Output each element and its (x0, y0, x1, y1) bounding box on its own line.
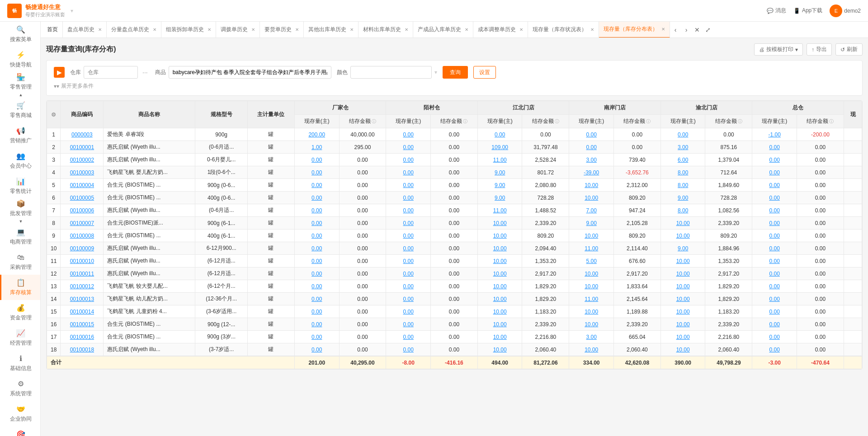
cell-yubei-qty[interactable]: 10.00 (660, 267, 705, 280)
cell-yubei-qty[interactable]: 0.00 (660, 128, 705, 141)
cell-total-qty[interactable]: 0.00 (752, 166, 797, 179)
cell-jiangbei-qty[interactable]: 10.00 (477, 280, 522, 293)
cell-factory-qty[interactable]: 0.00 (294, 230, 339, 242)
cell-yubei-qty[interactable]: 10.00 (660, 293, 705, 305)
cell-code[interactable]: 00100013 (61, 293, 104, 305)
tab-close-stock-dist[interactable]: ✕ (661, 27, 665, 32)
sidebar-item-marketing[interactable]: 📢 营销推广 (0, 123, 40, 148)
cell-total-qty[interactable]: 0.00 (752, 230, 797, 242)
cell-code[interactable]: 00100001 (61, 141, 104, 154)
tab-close-assembly[interactable]: ✕ (208, 27, 211, 32)
cell-nanan-qty[interactable]: 11.00 (569, 293, 614, 305)
cell-nanan-qty[interactable]: 0.00 (569, 128, 614, 141)
cell-total-qty[interactable]: 0.00 (752, 204, 797, 217)
cell-total-qty[interactable]: 0.00 (752, 305, 797, 318)
sidebar-item-enterprise-collab[interactable]: 🤝 企业协同 (0, 401, 40, 427)
th-gear[interactable]: ⚙ (47, 101, 61, 128)
cell-jiangbei-qty[interactable]: 10.00 (477, 305, 522, 318)
print-btn[interactable]: 🖨 按模板打印 ▾ (754, 43, 803, 56)
cell-factory-qty[interactable]: 0.00 (294, 318, 339, 331)
goods-input[interactable] (169, 66, 331, 79)
settings-btn[interactable]: 设置 (473, 66, 496, 79)
sidebar-item-operations[interactable]: 📈 经营管理 (0, 325, 40, 351)
gear-icon[interactable]: ⚙ (51, 112, 56, 118)
tab-other-out[interactable]: 其他出库单历史 ✕ (304, 22, 359, 38)
cell-mocun-qty[interactable]: 0.00 (386, 255, 431, 267)
cell-jiangbei-qty[interactable]: 11.00 (477, 204, 522, 217)
cell-mocun-qty[interactable]: 0.00 (386, 166, 431, 179)
cell-mocun-qty[interactable]: 0.00 (386, 293, 431, 305)
tab-close-inventory-split[interactable]: ✕ (153, 27, 156, 32)
tab-close-stock-status[interactable]: ✕ (590, 27, 594, 32)
sidebar-item-wholesale[interactable]: 📦 批发管理 ▼ (0, 199, 40, 224)
tab-cost-adjust[interactable]: 成本调整单历史 ✕ (473, 22, 528, 38)
cell-mocun-qty[interactable]: 0.00 (386, 343, 431, 356)
tab-close-product-in[interactable]: ✕ (465, 27, 468, 32)
cell-total-qty[interactable]: 0.00 (752, 242, 797, 255)
cell-nanan-qty[interactable]: 5.00 (569, 255, 614, 267)
cell-code[interactable]: 00100003 (61, 166, 104, 179)
sidebar-item-retail-store[interactable]: 🛒 零售商城 (0, 98, 40, 123)
app-download-btn[interactable]: 📱 App下载 (793, 7, 822, 14)
tab-inventory-split[interactable]: 分量盘点单历史 ✕ (107, 22, 161, 38)
sidebar-item-retail-stats[interactable]: 📊 零售统计 (0, 173, 40, 199)
tab-inventory-single[interactable]: 盘点单历史 ✕ (63, 22, 107, 38)
cell-yubei-qty[interactable]: 10.00 (660, 331, 705, 343)
cell-code[interactable]: 00100014 (61, 305, 104, 318)
cell-mocun-qty[interactable]: 0.00 (386, 305, 431, 318)
cell-yubei-qty[interactable]: 10.00 (660, 318, 705, 331)
cell-yubei-qty[interactable]: 9.00 (660, 242, 705, 255)
cell-total-qty[interactable]: 0.00 (752, 179, 797, 192)
cell-nanan-qty[interactable]: 11.00 (569, 242, 614, 255)
cell-mocun-qty[interactable]: 0.00 (386, 204, 431, 217)
cell-total-qty[interactable]: 0.00 (752, 217, 797, 230)
cell-jiangbei-qty[interactable]: 10.00 (477, 331, 522, 343)
cell-mocun-qty[interactable]: 0.00 (386, 217, 431, 230)
cell-nanan-qty[interactable]: 0.00 (569, 141, 614, 154)
cell-nanan-qty[interactable]: 10.00 (569, 305, 614, 318)
cell-nanan-qty[interactable]: 10.00 (569, 230, 614, 242)
cell-code[interactable]: 00100008 (61, 230, 104, 242)
cell-factory-qty[interactable]: 200.00 (294, 128, 339, 141)
tab-stock-dist[interactable]: 现存量（库存分布表） ✕ (599, 22, 670, 38)
cell-jiangbei-qty[interactable]: 9.00 (477, 166, 522, 179)
cell-jiangbei-qty[interactable]: 10.00 (477, 343, 522, 356)
tab-transfer[interactable]: 调拨单历史 ✕ (216, 22, 260, 38)
cell-jiangbei-qty[interactable]: 10.00 (477, 242, 522, 255)
cell-code[interactable]: 00100005 (61, 192, 104, 204)
cell-code[interactable]: 0000003 (61, 128, 104, 141)
cell-mocun-qty[interactable]: 0.00 (386, 242, 431, 255)
cell-code[interactable]: 00100018 (61, 343, 104, 356)
cell-yubei-qty[interactable]: 6.00 (660, 154, 705, 166)
cell-code[interactable]: 00100007 (61, 217, 104, 230)
tab-prev-btn[interactable]: ‹ (670, 22, 681, 38)
cell-total-qty[interactable]: 0.00 (752, 318, 797, 331)
cell-yubei-qty[interactable]: 8.00 (660, 166, 705, 179)
sidebar-item-purchase[interactable]: 🛍 采购管理 (0, 249, 40, 275)
cell-code[interactable]: 00100006 (61, 204, 104, 217)
cell-nanan-qty[interactable]: 9.00 (569, 217, 614, 230)
cell-mocun-qty[interactable]: 0.00 (386, 280, 431, 293)
cell-code[interactable]: 00100004 (61, 179, 104, 192)
cell-total-qty[interactable]: -1.00 (752, 128, 797, 141)
cell-jiangbei-qty[interactable]: 10.00 (477, 267, 522, 280)
cell-total-qty[interactable]: 0.00 (752, 267, 797, 280)
cell-mocun-qty[interactable]: 0.00 (386, 230, 431, 242)
cell-yubei-qty[interactable]: 10.00 (660, 255, 705, 267)
cell-code[interactable]: 00100011 (61, 267, 104, 280)
cell-mocun-qty[interactable]: 0.00 (386, 154, 431, 166)
cell-nanan-qty[interactable]: 10.00 (569, 318, 614, 331)
sidebar-item-member[interactable]: 👥 会员中心 (0, 148, 40, 173)
toggle-btn[interactable]: ▶ (54, 67, 65, 78)
cell-factory-qty[interactable]: 0.00 (294, 204, 339, 217)
cell-total-qty[interactable]: 0.00 (752, 192, 797, 204)
cell-factory-qty[interactable]: 0.00 (294, 280, 339, 293)
cell-total-qty[interactable]: 0.00 (752, 280, 797, 293)
tab-assembly[interactable]: 组装拆卸单历史 ✕ (161, 22, 216, 38)
cell-factory-qty[interactable]: 0.00 (294, 179, 339, 192)
cell-jiangbei-qty[interactable]: 10.00 (477, 230, 522, 242)
tab-close-all-btn[interactable]: ✕ (692, 22, 703, 38)
cell-yubei-qty[interactable]: 3.00 (660, 141, 705, 154)
cell-nanan-qty[interactable]: 3.00 (569, 331, 614, 343)
sidebar-item-system[interactable]: ⚙ 系统管理 (0, 376, 40, 401)
